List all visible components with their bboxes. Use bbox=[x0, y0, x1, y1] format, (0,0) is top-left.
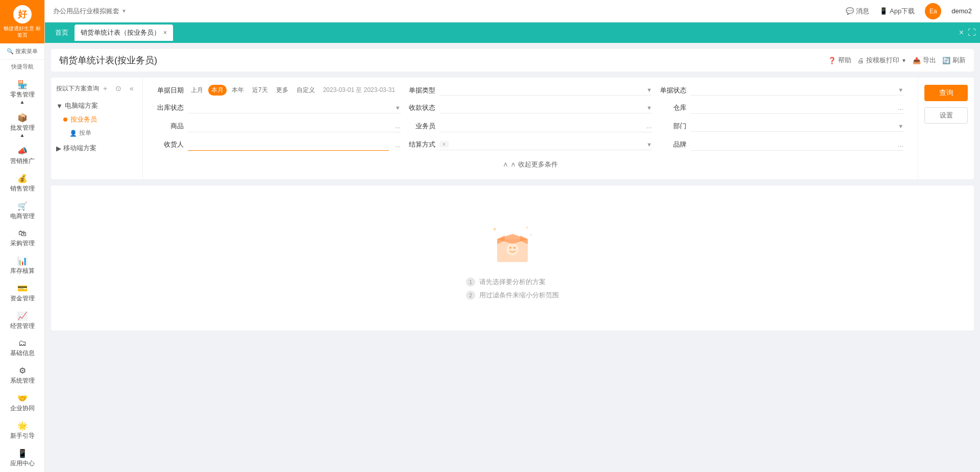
empty-svg: ✦ ★ • bbox=[487, 216, 538, 267]
scheme-group-mobile-header[interactable]: ▶ 移动端方案 bbox=[51, 141, 142, 155]
scheme-item-order[interactable]: 👤 按单 bbox=[51, 127, 142, 139]
sidebar-item-finance[interactable]: 💳 资金管理 bbox=[0, 279, 44, 307]
tab-sales-stat[interactable]: 销货单统计表（按业务员） × bbox=[75, 25, 173, 41]
sidebar-item-basic[interactable]: 🗂 基础信息 bbox=[0, 335, 44, 362]
sidebar-item-sales[interactable]: 💰 销售管理 bbox=[0, 170, 44, 197]
scheme-group-mobile: ▶ 移动端方案 bbox=[51, 140, 142, 156]
goods-select[interactable]: ... bbox=[188, 120, 401, 132]
salesperson-select[interactable]: ... bbox=[439, 120, 652, 132]
date-tab-lastmonth[interactable]: 上月 bbox=[188, 85, 206, 96]
export-button[interactable]: 📤 导出 bbox=[913, 56, 936, 65]
sidebar-quick-nav[interactable]: 快捷导航 bbox=[0, 60, 44, 74]
page-title: 销货单统计表(按业务员) bbox=[59, 54, 157, 66]
sidebar: 好 畅捷通好生意 标签页 🔍 搜索菜单 快捷导航 🏪 零售管理 ▲ 📦 批发管理… bbox=[0, 0, 45, 472]
apps-icon: 📱 bbox=[17, 449, 28, 458]
sidebar-item-inventory[interactable]: 📊 库存核算 bbox=[0, 252, 44, 279]
newbie-icon: 🌟 bbox=[17, 421, 28, 431]
sidebar-item-enterprise[interactable]: 🤝 企业协同 bbox=[0, 389, 44, 417]
page-title-actions: ❓ 帮助 🖨 按模板打印 ▼ 📤 导出 🔄 刷新 bbox=[828, 56, 966, 65]
tab-expand-icon[interactable]: ⛶ bbox=[968, 28, 976, 37]
print-icon: 🖨 bbox=[857, 57, 864, 64]
filter-department-field: 部门 ▼ bbox=[660, 121, 903, 132]
outstatus-arrow-icon: ▼ bbox=[395, 105, 401, 111]
help-button[interactable]: ❓ 帮助 bbox=[828, 56, 851, 65]
brand-dots-icon[interactable]: ... bbox=[898, 140, 903, 148]
doctype-label: 单据类型 bbox=[409, 86, 435, 95]
user-initials: Ea bbox=[929, 8, 937, 15]
tab-close-icon[interactable]: × bbox=[163, 29, 167, 36]
receiver-input[interactable] bbox=[188, 138, 389, 151]
header-left: 办公用品行业模拟账套 ▼ bbox=[53, 7, 127, 16]
scheme-settings-icon[interactable]: ⊙ bbox=[113, 83, 124, 94]
message-label: 消息 bbox=[856, 7, 869, 16]
filter-warehouse-field: 仓库 ... bbox=[660, 102, 903, 114]
collapse-bar[interactable]: ∧ ∧ 收起更多条件 bbox=[157, 157, 903, 172]
filter-area: 按以下方案查询 + ⊙ « ▼ 电脑端方案 按业务员 bbox=[51, 78, 974, 179]
doctype-select[interactable]: ▼ bbox=[439, 85, 652, 96]
date-tab-thisyear[interactable]: 本年 bbox=[229, 85, 247, 96]
filter-receiver-field: 收货人 ... bbox=[157, 138, 401, 151]
sidebar-item-purchase[interactable]: 🛍 采购管理 bbox=[0, 225, 44, 252]
date-tab-thismonth[interactable]: 本月 bbox=[208, 85, 227, 96]
chevron-down-icon: ▼ bbox=[56, 102, 63, 110]
tab-home[interactable]: 首页 bbox=[49, 25, 75, 41]
warehouse-select[interactable]: ... bbox=[691, 102, 903, 114]
account-selector[interactable]: 办公用品行业模拟账套 ▼ bbox=[53, 7, 127, 16]
receiver-dots-icon[interactable]: ... bbox=[395, 141, 401, 149]
filter-goods-field: 商品 ... bbox=[157, 120, 401, 132]
scheme-header: 按以下方案查询 + ⊙ « bbox=[51, 83, 142, 98]
sidebar-item-wholesale[interactable]: 📦 批发管理 ▲ bbox=[0, 109, 44, 142]
sidebar-logo[interactable]: 好 畅捷通好生意 标签页 bbox=[0, 0, 44, 43]
empty-illustration: ✦ ★ • bbox=[487, 216, 538, 267]
salesperson-dots-icon[interactable]: ... bbox=[647, 122, 652, 130]
sidebar-item-marketing[interactable]: 📣 营销推广 bbox=[0, 142, 44, 170]
collapse-icon: ∧ bbox=[503, 160, 508, 168]
step-2-num: 2 bbox=[466, 291, 475, 300]
home-tab-label: 首页 bbox=[55, 28, 68, 37]
settlement-arrow-icon: ▼ bbox=[646, 141, 652, 148]
docstatus-select[interactable]: ▼ bbox=[691, 85, 903, 96]
department-select[interactable]: ▼ bbox=[691, 121, 903, 132]
filter-payment-field: 收款状态 ▼ bbox=[409, 103, 652, 113]
filter-settlement-field: 结算方式 × ▼ bbox=[409, 139, 652, 150]
user-avatar[interactable]: Ea bbox=[925, 3, 941, 19]
logo-text: 畅捷通好生意 标签页 bbox=[3, 25, 42, 38]
sidebar-item-retail[interactable]: 🏪 零售管理 ▲ bbox=[0, 76, 44, 109]
settlement-wrapper[interactable]: × ▼ bbox=[439, 139, 652, 150]
print-button[interactable]: 🖨 按模板打印 ▼ bbox=[857, 56, 906, 65]
goods-dots-icon[interactable]: ... bbox=[395, 122, 401, 130]
system-icon: ⚙ bbox=[19, 366, 26, 375]
warehouse-dots-icon[interactable]: ... bbox=[898, 104, 903, 111]
query-button[interactable]: 查询 bbox=[924, 85, 968, 101]
empty-steps: 1 请先选择要分析的方案 2 用过滤条件来缩小分析范围 bbox=[466, 277, 559, 300]
enterprise-icon: 🤝 bbox=[17, 393, 28, 403]
message-action[interactable]: 💬 消息 bbox=[846, 7, 869, 16]
scheme-add-icon[interactable]: + bbox=[100, 83, 111, 94]
sidebar-item-apps[interactable]: 📱 应用中心 bbox=[0, 444, 44, 472]
sidebar-item-operations[interactable]: 📈 经营管理 bbox=[0, 307, 44, 335]
tab-close-all-icon[interactable]: × bbox=[959, 28, 964, 37]
filter-doctype-field: 单据类型 ▼ bbox=[409, 85, 652, 96]
dropdown-icon: ▼ bbox=[121, 8, 127, 14]
sidebar-item-newbie[interactable]: 🌟 新手引导 bbox=[0, 417, 44, 444]
brand-select[interactable]: ... bbox=[691, 138, 903, 151]
sidebar-item-system[interactable]: ⚙ 系统管理 bbox=[0, 362, 44, 389]
setting-button[interactable]: 设置 bbox=[924, 107, 968, 124]
salesperson-label: 业务员 bbox=[409, 122, 435, 131]
settlement-tag-close[interactable]: × bbox=[443, 141, 446, 147]
app-download-action[interactable]: 📱 App下载 bbox=[879, 7, 915, 16]
scheme-group-desktop-header[interactable]: ▼ 电脑端方案 bbox=[51, 99, 142, 112]
payment-select[interactable]: ▼ bbox=[439, 103, 652, 113]
scheme-item-salesperson[interactable]: 按业务员 bbox=[51, 112, 142, 127]
refresh-button[interactable]: 🔄 刷新 bbox=[942, 56, 966, 65]
date-range-text: 2023-03-01 至 2023-03-31 bbox=[323, 86, 395, 95]
date-tab-more[interactable]: 更多 bbox=[273, 85, 291, 96]
sidebar-search[interactable]: 🔍 搜索菜单 bbox=[0, 43, 44, 60]
scheme-collapse-icon[interactable]: « bbox=[126, 83, 137, 94]
sidebar-item-ecommerce[interactable]: 🛒 电商管理 bbox=[0, 197, 44, 225]
date-tab-custom[interactable]: 自定义 bbox=[293, 85, 318, 96]
download-icon: 📱 bbox=[879, 7, 888, 15]
outstatus-select[interactable]: ▼ bbox=[188, 103, 401, 113]
date-tab-7days[interactable]: 近7天 bbox=[249, 85, 271, 96]
step-2-text: 用过滤条件来缩小分析范围 bbox=[479, 291, 559, 300]
